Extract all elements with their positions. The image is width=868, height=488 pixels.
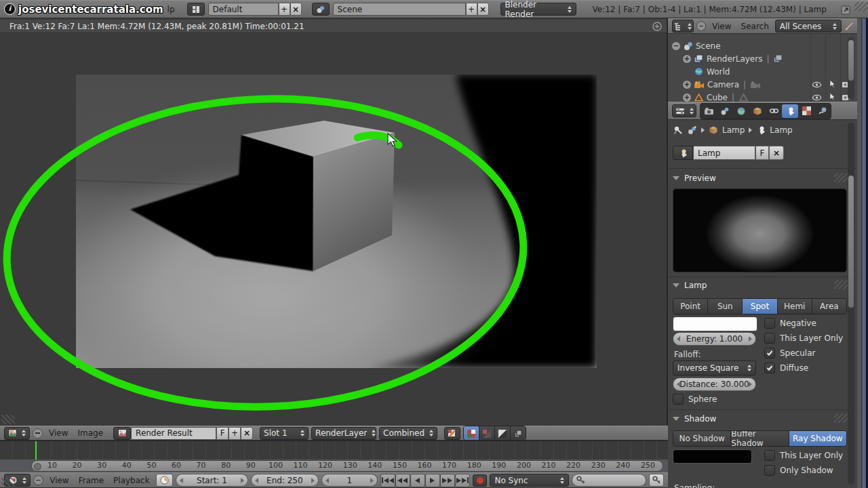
panel-drag-grip[interactable] xyxy=(834,280,848,289)
close-scene-button[interactable]: × xyxy=(477,3,489,16)
outliner-item-world[interactable]: World xyxy=(694,65,857,78)
menu-image[interactable]: Image xyxy=(74,428,106,438)
increment-arrow[interactable] xyxy=(749,382,752,387)
jump-to-end-button[interactable] xyxy=(455,474,470,487)
shadow-this-layer-only-checkbox[interactable] xyxy=(764,450,775,461)
window-corner-grip[interactable] xyxy=(854,2,868,12)
specular-checkbox[interactable] xyxy=(764,348,775,359)
energy-slider[interactable]: Energy: 1.000 xyxy=(673,332,756,346)
menu-search[interactable]: Search xyxy=(738,22,772,31)
scene-name[interactable]: Scene xyxy=(333,3,466,16)
decrement-arrow[interactable] xyxy=(677,382,680,387)
editor-corner-grip[interactable] xyxy=(1,415,15,424)
render-engine-select[interactable]: Blender Render xyxy=(500,3,576,16)
render-pass-select[interactable]: Combined xyxy=(379,427,437,440)
add-layout-button[interactable]: + xyxy=(279,3,290,16)
lamp-type-area[interactable]: Area xyxy=(812,299,846,314)
timeline-region[interactable]: 1020304050607080901001101201301401501601… xyxy=(0,441,668,488)
increment-arrow[interactable] xyxy=(749,336,752,342)
only-shadow-option[interactable]: Only Shadow xyxy=(764,465,833,476)
lamp-browse-button[interactable] xyxy=(673,146,693,160)
preview-range-toggle[interactable] xyxy=(156,474,174,487)
channel-rgb-button[interactable] xyxy=(479,426,495,441)
collapse-menus-icon[interactable] xyxy=(33,475,43,485)
collapse-icon[interactable]: − xyxy=(672,42,680,50)
insert-keyframe-button[interactable] xyxy=(649,474,664,487)
jump-to-start-button[interactable] xyxy=(380,474,395,487)
close-layout-button[interactable]: × xyxy=(290,3,302,16)
editor-type-select[interactable] xyxy=(4,427,30,440)
lamp-name-field[interactable]: Lamp xyxy=(693,146,755,160)
pin-icon[interactable] xyxy=(673,125,683,135)
menu-help-remnant[interactable]: lp xyxy=(164,5,178,14)
tab-texture[interactable] xyxy=(798,104,814,118)
play-reverse-button[interactable] xyxy=(410,474,425,487)
menu-view[interactable]: View xyxy=(45,428,71,438)
outliner-display-mode-select[interactable]: All Scenes xyxy=(775,20,842,33)
editor-type-select[interactable] xyxy=(672,20,694,33)
increment-arrow[interactable] xyxy=(241,478,244,483)
falloff-select[interactable]: Inverse Square xyxy=(673,361,756,375)
collapse-menus-icon[interactable] xyxy=(696,21,706,31)
only-shadow-checkbox[interactable] xyxy=(764,465,775,476)
lamp-panel-header[interactable]: Lamp xyxy=(673,281,707,290)
this-layer-only-option[interactable]: This Layer Only xyxy=(764,333,843,344)
negative-checkbox[interactable] xyxy=(764,318,775,329)
sphere-checkbox[interactable] xyxy=(673,394,684,405)
scene-context-icon[interactable] xyxy=(687,125,697,135)
timeline-ruler[interactable]: 1020304050607080901001101201301401501601… xyxy=(0,460,668,472)
selectability-cursor-icon[interactable] xyxy=(828,92,837,102)
shadow-panel-header[interactable]: Shadow xyxy=(673,414,716,424)
lamp-type-hemi[interactable]: Hemi xyxy=(778,299,812,314)
this-layer-only-checkbox[interactable] xyxy=(764,333,775,344)
end-frame-field[interactable]: End: 250 xyxy=(251,474,319,487)
unlink-data-button[interactable]: × xyxy=(769,146,784,160)
shadow-mode-none[interactable]: No Shadow xyxy=(673,431,731,446)
previous-keyframe-button[interactable] xyxy=(395,474,410,487)
record-button[interactable] xyxy=(473,474,488,487)
image-browse-button[interactable] xyxy=(113,427,131,440)
current-frame-field[interactable]: 1 xyxy=(321,474,378,487)
properties-scrollbar[interactable] xyxy=(848,123,854,485)
breadcrumb-object-name[interactable]: Lamp xyxy=(722,125,745,135)
lamp-type-spot[interactable]: Spot xyxy=(743,299,777,314)
scene-icon-button[interactable] xyxy=(312,3,330,16)
next-keyframe-button[interactable] xyxy=(440,474,455,487)
start-frame-field[interactable]: Start: 1 xyxy=(176,474,248,487)
timeline-canvas[interactable] xyxy=(0,441,668,460)
unlink-image-button[interactable]: × xyxy=(241,427,253,440)
breadcrumb-data-name[interactable]: Lamp xyxy=(770,125,792,135)
region-plus-icon[interactable] xyxy=(652,21,663,32)
fake-user-button[interactable]: F xyxy=(216,427,229,440)
image-paint-toggle[interactable] xyxy=(444,427,460,440)
lamp-type-point[interactable]: Point xyxy=(673,299,708,314)
slot-select[interactable]: Slot 1 xyxy=(260,427,309,440)
decrement-arrow[interactable] xyxy=(180,478,183,483)
sphere-option[interactable]: Sphere xyxy=(673,394,717,405)
play-button[interactable] xyxy=(425,474,440,487)
expand-icon[interactable]: + xyxy=(683,94,691,102)
lamp-type-sun[interactable]: Sun xyxy=(708,299,743,314)
decrement-arrow[interactable] xyxy=(326,478,329,483)
scrollbar-thumb[interactable] xyxy=(848,40,854,81)
visibility-eye-icon[interactable] xyxy=(812,80,822,89)
sync-mode-select[interactable]: No Sync xyxy=(490,474,568,487)
editor-corner-grip[interactable] xyxy=(1,478,15,487)
selectability-cursor-icon[interactable] xyxy=(828,79,837,89)
tab-render[interactable] xyxy=(701,104,717,118)
tab-constraints[interactable] xyxy=(766,104,782,118)
channel-alpha-button[interactable] xyxy=(495,426,511,441)
preview-panel-header[interactable]: Preview xyxy=(673,174,716,183)
scrollbar-thumb[interactable] xyxy=(848,176,854,308)
tab-world[interactable] xyxy=(733,104,749,118)
channel-rgba-button[interactable] xyxy=(464,426,479,441)
screen-layout-name[interactable]: Default xyxy=(208,3,279,16)
diffuse-option[interactable]: Diffuse xyxy=(764,363,808,373)
new-image-button[interactable]: + xyxy=(229,427,241,440)
specular-option[interactable]: Specular xyxy=(764,348,815,359)
menu-view[interactable]: View xyxy=(46,476,72,485)
panel-drag-grip[interactable] xyxy=(834,173,848,182)
tab-physics[interactable] xyxy=(814,104,831,118)
outliner-item-scene[interactable]: − Scene xyxy=(672,39,852,52)
filter-brush-icon[interactable] xyxy=(844,22,853,31)
